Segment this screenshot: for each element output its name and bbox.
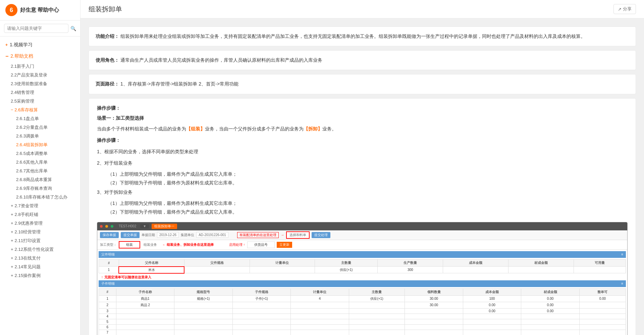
col-no: # — [99, 259, 119, 267]
intro-block: 功能介绍： 组装拆卸单用来处理企业组装或拆卸等加工业务，支持有固定装配清单的产品… — [89, 26, 636, 46]
table-row: 6 — [99, 324, 626, 330]
annotation-bom: 有装配清单的在这里处理 — [237, 232, 279, 238]
steps-block: 操作步骤： 场景一：加工类型选择 当由多个子件材料组装成一个成品的业务为【组装】… — [89, 98, 636, 335]
sidebar-item-docs-269[interactable]: 2.6.9库存账本查询 — [0, 184, 80, 193]
sidebar-item-docs-266[interactable]: 2.6.6其他入库单 — [0, 158, 80, 167]
sidebar-item-docs-215[interactable]: +2.15操作案例 — [0, 271, 80, 280]
annotation-enable: 启用处理 ↑ — [229, 242, 245, 247]
nav-list: + 1.视频学习 − 2.帮助文档 2.1新手入门 2.2产品安装及登录 2.3… — [0, 37, 80, 335]
annotation-arrow-up: ↑ — [101, 275, 103, 279]
role-label: 使用角色： — [96, 57, 119, 63]
search-input[interactable] — [4, 24, 68, 33]
sidebar-item-docs-214[interactable]: +2.14常见问题 — [0, 263, 80, 271]
sidebar-item-docs-264[interactable]: 2.6.4组装拆卸单 — [0, 141, 80, 149]
mock-enable-input: 供货品号 — [247, 241, 275, 248]
mock-second-row: 加工类型： 组装 组装业务 ← 组装业务、拆卸业务在这里选择 启用处理 ↑ 供货… — [97, 240, 627, 250]
col-name: 父件名称 — [119, 259, 184, 267]
sidebar-item-docs-28[interactable]: +2.8手机旺铺 — [0, 210, 80, 219]
mock-nav-bom-btn: 选择和料单 — [286, 231, 310, 239]
sidebar-item-docs-268[interactable]: 2.6.8商品成本重算 — [0, 175, 80, 184]
sidebar-item-docs-27[interactable]: +2.7资金管理 — [0, 202, 80, 210]
mock-navbar: 保存单据 提交单据 单据日期 2019-12-26 集团单位 AD-201912… — [97, 230, 627, 240]
mock-type-select: 组装 — [119, 241, 140, 248]
ops-title: 操作步骤： — [97, 105, 628, 111]
collapse-icon: − — [5, 54, 8, 59]
logo-icon: 6 — [5, 4, 17, 16]
ops-steps-title: 操作步骤： — [97, 135, 628, 145]
step2-1: （1）上部明细为父件明细，最终作为产成品生成其它入库单； — [108, 170, 628, 179]
sidebar-item-docs[interactable]: − 2.帮助文档 — [0, 51, 80, 62]
mock-new-btn: 组装拆卸单一 — [152, 224, 177, 229]
table-row: 1 米水 供应(+1) 300 — [99, 267, 626, 273]
annotation-type: ← 组装业务、拆卸业务在这里选择 — [162, 242, 214, 247]
step2-2: （2）下部明细为子件明细，最终作为原材料生成其它出库单。 — [108, 178, 628, 187]
sidebar-item-docs-2610[interactable]: 2.6.10库存账本错了怎么办 — [0, 193, 80, 202]
scenario1-desc: 当由多个子件材料组装成一个成品的业务为【组装】业务，当由一个父件拆分成多个子产品… — [97, 124, 628, 133]
main-area: 组装拆卸单 ↗ 分享 功能介绍： 组装拆卸单用来处理企业组装或拆卸等加工业务，支… — [80, 0, 644, 335]
intro-label: 功能介绍： — [96, 34, 119, 39]
sidebar-item-docs-262[interactable]: 2.6.2分量盘点单 — [0, 123, 80, 132]
sidebar-item-docs-25[interactable]: 2.5采购管理 — [0, 97, 80, 106]
sidebar-item-docs-210[interactable]: +2.10经营管理 — [0, 228, 80, 236]
mock-lower-header: 子件明细 ≡ — [99, 280, 626, 287]
mock-titlebar: TEST-H002 ▼ 组装拆卸单一 — [97, 222, 627, 230]
col-cost2: 材成金额 — [508, 259, 574, 267]
sidebar-item-docs-29[interactable]: +2.9优惠券管理 — [0, 219, 80, 228]
col-cost1: 成本金额 — [443, 259, 508, 267]
main-header: 组装拆卸单 ↗ 分享 — [80, 0, 644, 18]
step2: 2、对于组装业务 — [97, 158, 628, 168]
col-qty1: 主数量 — [315, 259, 378, 267]
mock-enable-btn: 立更新 — [277, 242, 292, 248]
expand-icon: + — [5, 43, 8, 47]
path-block: 页面路径： 1、库存核算->库存管理->组装拆卸单 2、首页->常用功能 — [89, 74, 636, 94]
mock-nav-num-label: 集团单位 — [181, 233, 194, 237]
search-icon[interactable]: 🔍 — [70, 26, 76, 31]
col-spec: 父件规格 — [184, 259, 250, 267]
mock-nav-action: 提交处理 — [312, 232, 330, 238]
step3-1: （1）上部明细为父件明细，最终作为原材料生成其它出库单； — [108, 199, 628, 208]
mock-nav-date-label: 单据日期 — [142, 233, 155, 237]
col-avail: 可用量 — [574, 259, 626, 267]
close-dot — [100, 225, 103, 228]
mock-nav-date-val: 2019-12-26 — [157, 232, 179, 238]
col-qty2: 生产数量 — [378, 259, 443, 267]
sidebar-item-video[interactable]: + 1.视频学习 — [0, 39, 80, 51]
mock-app-title: TEST-H002 — [119, 224, 136, 228]
disassemble-keyword: 【拆卸】 — [304, 126, 322, 131]
mock-upper-table: # 父件名称 父件规格 计量单位 主数量 生产数量 成本金额 材成金额 可用量 — [99, 259, 626, 274]
sidebar-item-docs-21[interactable]: 2.1新手入门 — [0, 62, 80, 71]
page-title: 组装拆卸单 — [89, 5, 122, 14]
search-area: 🔍 — [0, 20, 80, 37]
sidebar-item-docs-24[interactable]: 2.4销售管理 — [0, 88, 80, 97]
intro-text: 组装拆卸单用来处理企业组装或拆卸等加工业务，支持有固定装配清单的产品加工业务，也… — [120, 34, 585, 39]
scenario1-title: 场景一：加工类型选择 — [97, 115, 628, 121]
mock-type-label: 加工类型： — [100, 242, 117, 247]
mock-lower-table: # 子件名称 规格型号 子件规格 计量单位 主数量 领料数量 成本金额 材成金额… — [99, 288, 626, 335]
brand-name: 好生意 帮助中心 — [20, 7, 59, 14]
step1: 1、根据不同的业务，选择不同单据的类型来处理 — [97, 147, 628, 156]
sidebar-item-docs-265[interactable]: 2.6.5成本调整单 — [0, 149, 80, 158]
annotation-lower: ↑ 无固定清单可以随便在这里录入 — [101, 275, 626, 280]
sidebar-item-docs-263[interactable]: 2.6.3调拨单 — [0, 132, 80, 141]
min-dot — [105, 225, 108, 228]
path-label: 页面路径： — [96, 81, 119, 87]
table-row: 4 — [99, 314, 626, 319]
share-button[interactable]: ↗ 分享 — [613, 4, 636, 14]
mock-type-hint: 组装业务 — [144, 242, 157, 247]
role-text: 通常由生产人员或库管人员完成拆装业务的操作，库管人员确认原材料的出库和产成品的入… — [120, 57, 322, 63]
sidebar-item-docs-22[interactable]: 2.2产品安装及登录 — [0, 71, 80, 79]
scenario-desc-text: 当由多个子件材料组装成一个成品的业务为 — [97, 126, 186, 131]
sidebar: 6 好生意 帮助中心 🔍 + 1.视频学习 − 2.帮助文档 2.1新手入门 2… — [0, 0, 80, 335]
share-icon: ↗ — [618, 7, 622, 12]
sidebar-item-docs-267[interactable]: 2.6.7其他出库单 — [0, 167, 80, 175]
col-unit: 计量单位 — [250, 259, 315, 267]
sidebar-item-docs-213[interactable]: +2.13在线支付 — [0, 254, 80, 263]
sidebar-item-docs-211[interactable]: +2.11打印设置 — [0, 236, 80, 245]
sidebar-item-docs-212[interactable]: +2.12系统个性化设置 — [0, 245, 80, 254]
sidebar-item-docs-26[interactable]: − 2.6库存核算 — [0, 106, 80, 114]
mock-upper-header: 父件明细 ≡ — [99, 251, 626, 258]
sidebar-item-docs-23[interactable]: 2.3使用前数据准备 — [0, 79, 80, 88]
sidebar-item-docs-261[interactable]: 2.6.1盘点单 — [0, 114, 80, 123]
collapse-sub-icon: − — [11, 107, 13, 112]
table-row: 7 — [99, 330, 626, 335]
